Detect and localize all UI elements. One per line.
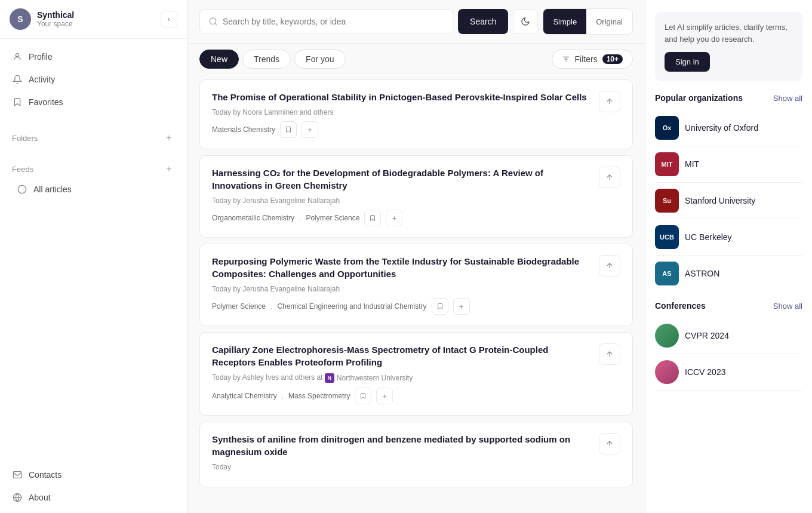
- sidebar-item-activity[interactable]: Activity: [5, 69, 182, 90]
- list-item[interactable]: AS ASTRON: [655, 256, 802, 291]
- ai-text: Let AI simplify articles, clarify terms,…: [665, 21, 793, 45]
- conference-logo-iccv: [655, 360, 679, 384]
- article-tag[interactable]: Mass Spectrometry: [288, 392, 350, 400]
- bookmark-button[interactable]: [355, 388, 371, 404]
- list-item[interactable]: MIT MIT: [655, 146, 802, 183]
- sidebar-item-contacts[interactable]: Contacts: [5, 464, 182, 486]
- article-content: Harnessing CO₂ for the Development of Bi…: [212, 167, 592, 226]
- sidebar-user[interactable]: S Synthical Your space: [10, 8, 74, 30]
- university-name[interactable]: Northwestern University: [337, 374, 413, 382]
- user-info: Synthical Your space: [37, 10, 74, 28]
- article-tag[interactable]: Polymer Science: [212, 302, 266, 311]
- sidebar-item-about[interactable]: About: [5, 487, 182, 508]
- feeds-header[interactable]: Feeds +: [10, 159, 177, 179]
- table-row: The Promise of Operational Stability in …: [199, 79, 633, 149]
- table-row: Repurposing Polymeric Waste from the Tex…: [199, 244, 633, 326]
- original-view-button[interactable]: Original: [586, 9, 632, 34]
- tab-trends[interactable]: Trends: [242, 50, 291, 69]
- feeds-add-icon[interactable]: +: [163, 163, 175, 175]
- article-tag[interactable]: Organometallic Chemistry: [212, 214, 294, 222]
- svg-rect-2: [13, 472, 21, 478]
- article-title[interactable]: Capillary Zone Electrophoresis-Mass Spec…: [212, 343, 592, 368]
- article-meta: Today by Ashley Ives and others at N Nor…: [212, 373, 592, 383]
- upvote-button[interactable]: [599, 343, 620, 365]
- list-item[interactable]: Su Stanford University: [655, 183, 802, 219]
- conference-name: ICCV 2023: [685, 367, 725, 377]
- view-toggle: Simple Original: [543, 8, 633, 35]
- list-item[interactable]: UCB UC Berkeley: [655, 219, 802, 256]
- tab-for-you[interactable]: For you: [294, 50, 345, 69]
- conference-logo-cvpr: [655, 324, 679, 348]
- upvote-button[interactable]: [599, 91, 620, 112]
- sign-in-button[interactable]: Sign in: [665, 52, 710, 72]
- contacts-label: Contacts: [29, 470, 61, 480]
- list-item[interactable]: ICCV 2023: [655, 354, 802, 391]
- upvote-button[interactable]: [599, 255, 620, 277]
- org-name: MIT: [685, 159, 699, 169]
- article-title[interactable]: Repurposing Polymeric Waste from the Tex…: [212, 255, 592, 280]
- article-tag[interactable]: Materials Chemistry: [212, 125, 275, 134]
- feeds-section: Feeds + All articles: [0, 155, 187, 205]
- sidebar-item-label-favorites: Favorites: [29, 97, 63, 107]
- article-tag[interactable]: Analytical Chemistry: [212, 392, 277, 400]
- user-name: Synthical: [37, 10, 74, 20]
- article-title[interactable]: The Promise of Operational Stability in …: [212, 91, 592, 103]
- simple-view-button[interactable]: Simple: [543, 9, 586, 34]
- university-icon: N: [325, 373, 334, 383]
- add-button[interactable]: +: [376, 388, 393, 404]
- article-content: Repurposing Polymeric Waste from the Tex…: [212, 255, 592, 315]
- search-input[interactable]: [223, 17, 444, 26]
- folders-section: Folders +: [0, 124, 187, 152]
- collapse-sidebar-button[interactable]: ‹: [161, 11, 177, 27]
- tabs-bar: New Trends For you Filters 10+: [187, 44, 645, 75]
- add-button[interactable]: +: [302, 121, 318, 138]
- org-name: ASTRON: [685, 269, 719, 278]
- svg-point-1: [18, 185, 26, 193]
- feeds-label: Feeds: [12, 165, 33, 174]
- favorites-icon: [12, 97, 23, 107]
- article-tag[interactable]: Chemical Engineering and Industrial Chem…: [277, 302, 426, 311]
- conference-name: CVPR 2024: [685, 331, 729, 340]
- folders-add-icon[interactable]: +: [163, 132, 175, 144]
- article-tag[interactable]: Polymer Science: [306, 214, 359, 222]
- list-item[interactable]: Ox University of Oxford: [655, 110, 802, 146]
- article-content: Capillary Zone Electrophoresis-Mass Spec…: [212, 343, 592, 404]
- all-articles-item[interactable]: All articles: [10, 179, 177, 200]
- bookmark-button[interactable]: [364, 210, 381, 226]
- article-title[interactable]: Synthesis of aniline from dinitrogen and…: [212, 433, 592, 458]
- bookmark-button[interactable]: [280, 121, 297, 138]
- upvote-button[interactable]: [599, 167, 620, 188]
- bookmark-button[interactable]: [432, 298, 448, 315]
- article-meta: Today by Jerusha Evangeline Nallarajah: [212, 196, 592, 205]
- sidebar-header: S Synthical Your space ‹: [0, 0, 187, 39]
- org-logo-stanford: Su: [655, 189, 679, 213]
- search-icon: [208, 17, 218, 26]
- filters-button[interactable]: Filters 10+: [552, 50, 633, 69]
- article-title[interactable]: Harnessing CO₂ for the Development of Bi…: [212, 167, 592, 192]
- article-meta: Today by Noora Lamminen and others: [212, 108, 592, 116]
- dark-mode-button[interactable]: [513, 9, 538, 34]
- right-sidebar: Let AI simplify articles, clarify terms,…: [645, 0, 812, 513]
- filters-label: Filters: [575, 54, 598, 64]
- article-meta: Today by Jerusha Evangeline Nallarajah: [212, 285, 592, 293]
- org-logo-mit: MIT: [655, 152, 679, 176]
- org-name: Stanford University: [685, 196, 755, 205]
- filters-badge: 10+: [602, 54, 623, 64]
- profile-icon: [12, 51, 23, 62]
- add-button[interactable]: +: [386, 210, 402, 226]
- show-all-orgs-link[interactable]: Show all: [773, 94, 802, 103]
- sidebar-item-label-profile: Profile: [29, 52, 53, 62]
- search-button[interactable]: Search: [458, 9, 508, 34]
- contacts-icon: [12, 469, 23, 480]
- article-tags: Organometallic Chemistry , Polymer Scien…: [212, 210, 592, 226]
- sidebar-item-label-activity: Activity: [29, 75, 55, 84]
- upvote-button[interactable]: [599, 433, 620, 454]
- folders-header[interactable]: Folders +: [10, 128, 177, 148]
- sidebar-item-profile[interactable]: Profile: [5, 46, 182, 67]
- tab-new[interactable]: New: [199, 50, 239, 69]
- list-item[interactable]: CVPR 2024: [655, 318, 802, 354]
- search-bar: Search Simple Original: [187, 0, 645, 44]
- add-button[interactable]: +: [453, 298, 470, 315]
- sidebar-item-favorites[interactable]: Favorites: [5, 91, 182, 113]
- show-all-conferences-link[interactable]: Show all: [773, 302, 802, 311]
